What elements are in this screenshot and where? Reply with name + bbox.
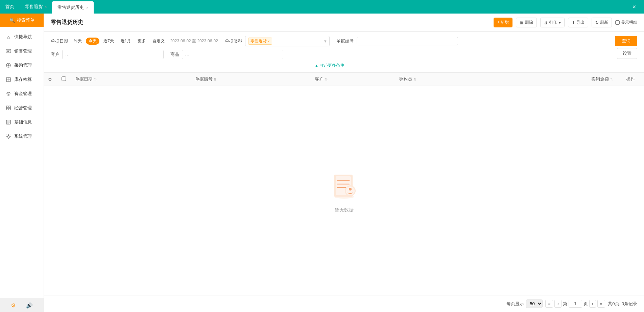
sidebar-search-label: 搜索菜单 [17,17,34,23]
empty-icon [327,168,361,202]
svg-point-17 [346,186,355,195]
per-page-section: 每页显示 50 [506,299,543,308]
show-detail-checkbox[interactable] [615,20,620,25]
show-detail-checkbox-label[interactable]: 显示明细 [615,20,637,25]
table-area: ⚙ 单据日期 ⇅ 单据编号 ⇅ [44,73,644,295]
page-first-btn[interactable]: « [545,300,553,308]
purchase-icon [5,62,11,68]
svg-point-18 [349,188,352,191]
sidebar-item-sales-mgmt-label: 销售管理 [14,48,32,54]
per-page-label: 每页显示 [506,301,524,307]
delete-icon: 🗑 [520,20,524,25]
svg-rect-6 [6,108,8,110]
table-settings-icon[interactable]: ⚙ [48,77,52,82]
sidebar-item-capital-mgmt-label: 资金管理 [14,91,32,97]
volume-icon[interactable]: 🔊 [26,302,33,309]
delete-button[interactable]: 🗑 删除 [516,18,537,27]
type-filter-tags: 零售退货 × [248,38,323,45]
table-col-customer[interactable]: 客户 ⇅ [311,73,395,86]
export-button[interactable]: ⬆ 导出 [568,18,588,27]
filter-row-2: 客户 ... 商品 ... [51,50,608,59]
filter-settings-button[interactable]: 设置 [617,48,637,59]
tab-retail-return[interactable]: 零售退货 × [20,0,52,14]
settings-gear-icon[interactable]: ⚙ [11,302,16,309]
type-tag-label: 零售退货 [251,38,267,44]
col-date-sort-icon: ⇅ [94,77,97,81]
filter-type-item: 单据类型 零售退货 × ▾ [225,36,330,46]
query-button[interactable]: 查询 [615,36,637,46]
sidebar-search[interactable]: 🔍 搜索菜单 [0,14,44,27]
svg-rect-0 [6,49,11,53]
table-col-number[interactable]: 单据编号 ⇅ [191,73,311,86]
table-col-date[interactable]: 单据日期 ⇅ [71,73,191,86]
col-number-sort-icon: ⇅ [214,77,216,81]
date-btn-more[interactable]: 更多 [135,38,148,45]
table-checkbox-th[interactable] [57,73,71,86]
sidebar-item-sales-mgmt[interactable]: 销售管理 [0,44,44,58]
sidebar-item-purchase-mgmt[interactable]: 采购管理 [0,58,44,72]
date-btn-yesterday[interactable]: 昨天 [71,38,85,45]
table-select-all-checkbox[interactable] [62,76,66,81]
page-number-input[interactable] [569,300,582,308]
filter-date-item: 单据日期 昨天 今天 近7天 近1月 更多 自定义 2023-06-02 至 2… [51,38,218,45]
tab-retail-return-label: 零售退货 [25,4,43,10]
sidebar-item-capital-mgmt[interactable]: 资金管理 [0,87,44,101]
print-icon: 🖨 [544,20,548,25]
inventory-icon [5,76,11,83]
tab-home-label: 首页 [5,4,14,10]
date-btn-custom[interactable]: 自定义 [150,38,167,45]
customer-filter-label: 客户 [51,51,59,58]
date-btn-last-month[interactable]: 近1月 [118,38,134,45]
system-icon [5,133,11,139]
type-select-chevron-icon: ▾ [324,39,327,44]
sidebar-item-system-mgmt[interactable]: 系统管理 [0,129,44,143]
type-filter-select[interactable]: 零售退货 × ▾ [245,36,330,46]
per-page-select[interactable]: 50 [526,299,543,308]
sales-icon [5,48,11,54]
sidebar-item-quick-nav[interactable]: ⌂ 快捷导航 [0,30,44,44]
sidebar-item-basic-info[interactable]: 基础信息 [0,115,44,129]
sidebar-item-inventory-calc[interactable]: 库存核算 [0,72,44,87]
filter-area: 单据日期 昨天 今天 近7天 近1月 更多 自定义 2023-06-02 至 2… [44,32,644,73]
collapse-icon: ▲ [315,63,319,68]
page-last-btn[interactable]: » [597,300,605,308]
page-next-btn[interactable]: › [589,300,596,308]
total-info: 共0页, 0条记录 [608,301,637,307]
home-icon: ⌂ [5,34,11,40]
customer-dots: ... [65,51,70,58]
window-close-icon[interactable]: × [629,2,639,12]
col-customer-label: 客户 [315,76,324,82]
show-detail-label: 显示明细 [621,20,637,25]
date-btn-last7[interactable]: 近7天 [101,38,117,45]
collapse-filters-btn[interactable]: ▲ 收起更多条件 [51,63,608,68]
tab-home[interactable]: 首页 [0,0,20,14]
page-of-label: 页 [583,301,588,307]
tab-list: 首页 零售退货 × 零售退货历史 × [0,0,629,14]
type-tag-close[interactable]: × [268,39,270,43]
tab-retail-return-history-close[interactable]: × [86,5,88,9]
page-nav: « ‹ 第 页 › » [545,300,605,308]
page-header: 零售退货历史 + 新增 🗑 删除 🖨 打印 ▾ ⬆ 导出 ↻ [44,14,644,32]
empty-state: 暂无数据 [44,86,644,295]
goods-filter-select[interactable]: ... [182,50,283,59]
tab-retail-return-history[interactable]: 零售退货历史 × [52,1,93,14]
page-actions: + 新增 🗑 删除 🖨 打印 ▾ ⬆ 导出 ↻ 刷新 [494,18,637,27]
col-guide-label: 导购员 [399,76,412,82]
sidebar-item-system-mgmt-label: 系统管理 [14,133,32,139]
sidebar-item-operations-mgmt[interactable]: 经营管理 [0,101,44,115]
page-label: 第 [563,301,567,307]
col-guide-sort-icon: ⇅ [413,77,416,81]
page-prev-btn[interactable]: ‹ [554,300,561,308]
date-range-display: 2023-06-02 至 2023-06-02 [170,38,218,44]
sidebar: 🔍 搜索菜单 ⌂ 快捷导航 销售管理 [0,14,44,312]
date-btn-today[interactable]: 今天 [86,38,99,45]
refresh-button[interactable]: ↻ 刷新 [592,18,612,27]
number-filter-input[interactable] [357,37,458,45]
tab-retail-return-close[interactable]: × [45,5,47,9]
print-button[interactable]: 🖨 打印 ▾ [540,18,565,27]
table-settings-th[interactable]: ⚙ [44,73,57,86]
table-col-guide[interactable]: 导购员 ⇅ [395,73,497,86]
new-button[interactable]: + 新增 [494,18,512,27]
customer-filter-select[interactable]: ... [62,50,164,59]
table-col-amount[interactable]: 实销金额 ⇅ [497,73,617,86]
